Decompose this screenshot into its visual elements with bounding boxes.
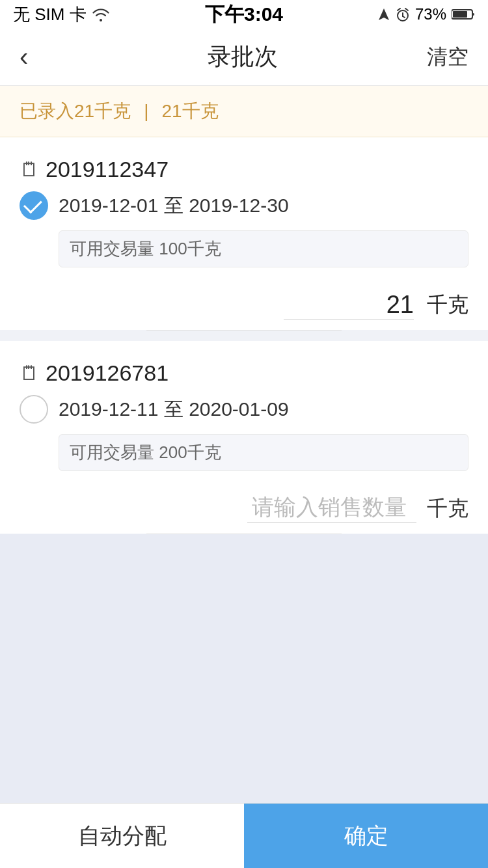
batch1-header: 🗒 2019112347 bbox=[20, 157, 468, 182]
clear-button[interactable]: 清空 bbox=[427, 43, 468, 72]
nav-bar: ‹ 录批次 清空 bbox=[0, 29, 488, 86]
batch1-quantity-value: 21 bbox=[386, 291, 414, 319]
svg-line-2 bbox=[403, 16, 405, 18]
batch2-icon: 🗒 bbox=[20, 362, 39, 385]
batch-card-2: 🗒 2019126781 2019-12-11 至 2020-01-09 可用交… bbox=[0, 341, 488, 484]
info-banner: 已录入21千克 | 21千克 bbox=[0, 86, 488, 137]
bottom-area bbox=[0, 534, 488, 803]
batch1-radio[interactable] bbox=[20, 191, 48, 220]
sim-label: 无 SIM 卡 bbox=[13, 3, 87, 26]
batch2-radio[interactable] bbox=[20, 395, 48, 424]
batch2-available: 可用交易量 200千克 bbox=[59, 434, 468, 471]
banner-divider: | bbox=[144, 101, 148, 122]
recorded-label: 已录入21千克 bbox=[20, 99, 131, 124]
status-bar-left: 无 SIM 卡 bbox=[13, 3, 110, 26]
status-bar: 无 SIM 卡 下午3:04 73% bbox=[0, 0, 488, 29]
back-button[interactable]: ‹ bbox=[20, 42, 59, 72]
auto-distribute-button[interactable]: 自动分配 bbox=[0, 804, 244, 868]
confirm-button[interactable]: 确定 bbox=[244, 804, 488, 868]
svg-line-3 bbox=[398, 8, 400, 10]
footer: 自动分配 确定 bbox=[0, 803, 488, 868]
batch1-icon: 🗒 bbox=[20, 159, 39, 181]
svg-line-4 bbox=[405, 8, 408, 10]
wifi-icon bbox=[92, 7, 110, 21]
batch1-date-row: 2019-12-01 至 2019-12-30 bbox=[20, 191, 468, 220]
batch1-quantity-underline: 21 bbox=[284, 291, 414, 319]
battery-icon bbox=[452, 8, 475, 20]
batch2-quantity-input[interactable] bbox=[247, 495, 416, 523]
page-title: 录批次 bbox=[208, 41, 278, 73]
location-icon bbox=[377, 7, 390, 21]
batch2-id: 2019126781 bbox=[46, 360, 169, 386]
batch1-available: 可用交易量 100千克 bbox=[59, 230, 468, 267]
recorded-value: 21千克 bbox=[161, 99, 218, 124]
batch1-quantity-row: 21 千克 bbox=[0, 280, 488, 330]
status-bar-right: 73% bbox=[377, 5, 475, 23]
batch1-id: 2019112347 bbox=[46, 157, 169, 182]
section-divider-1 bbox=[0, 331, 488, 341]
svg-rect-6 bbox=[453, 11, 467, 18]
batch2-unit: 千克 bbox=[427, 495, 468, 523]
batch2-date-row: 2019-12-11 至 2020-01-09 bbox=[20, 395, 468, 424]
batch2-date: 2019-12-11 至 2020-01-09 bbox=[59, 396, 289, 423]
battery-percent: 73% bbox=[415, 5, 446, 23]
status-time: 下午3:04 bbox=[205, 1, 283, 28]
batch2-header: 🗒 2019126781 bbox=[20, 360, 468, 386]
alarm-icon bbox=[396, 7, 410, 21]
batch1-date: 2019-12-01 至 2019-12-30 bbox=[59, 193, 289, 219]
batch-card-1: 🗒 2019112347 2019-12-01 至 2019-12-30 可用交… bbox=[0, 137, 488, 280]
batch2-input-row: 千克 bbox=[0, 484, 488, 534]
batch1-unit: 千克 bbox=[427, 291, 468, 319]
